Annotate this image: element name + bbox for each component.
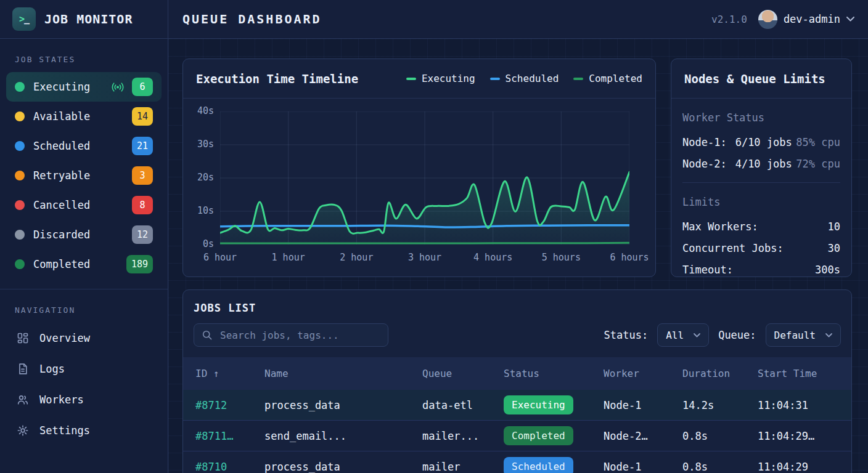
job-queue: mailer	[422, 461, 504, 473]
sidebar-item-executing[interactable]: Executing 6	[6, 72, 162, 102]
limit-label: Concurrent Jobs:	[682, 242, 784, 254]
dashboard-grid-icon	[17, 332, 29, 344]
execution-time-panel: Execution Time Timeline Executing Schedu…	[182, 59, 656, 277]
x-axis-tick-label: 6 hours	[610, 252, 649, 263]
sidebar-item-scheduled[interactable]: Scheduled 21	[6, 131, 162, 161]
limit-label: Timeout:	[682, 264, 733, 276]
column-header-start-time[interactable]: Start Time	[758, 368, 851, 379]
divider	[682, 182, 840, 183]
table-row[interactable]: #8711… send_email... mailer... Completed…	[183, 421, 851, 451]
version-label: v2.1.0	[711, 14, 747, 25]
state-dot	[15, 259, 25, 269]
state-label: Executing	[31, 81, 105, 93]
app-title: JOB MONITOR	[44, 12, 133, 26]
state-count-badge: 189	[126, 255, 153, 273]
jobs-table: ID ↑ Name Queue Status Worker Duration S…	[183, 357, 851, 473]
x-axis-tick-label: 5 hours	[542, 252, 581, 263]
job-queue: mailer...	[422, 430, 504, 442]
job-start-time: 11:04:29	[758, 461, 851, 473]
scheduled-series-swatch	[490, 78, 500, 80]
user-menu[interactable]: dev-admin	[758, 10, 854, 29]
table-row[interactable]: #8712 process_data data-etl Executing No…	[183, 390, 851, 421]
user-name: dev-admin	[784, 13, 840, 25]
sidebar-item-completed[interactable]: Completed 189	[6, 249, 162, 279]
live-broadcast-icon	[111, 82, 125, 92]
state-label: Cancelled	[31, 199, 126, 211]
legend-item-completed[interactable]: Completed	[573, 73, 642, 84]
nav-label: Settings	[39, 424, 90, 437]
executing-series-swatch	[406, 78, 416, 80]
limit-row-concurrent-jobs: Concurrent Jobs: 30	[682, 237, 840, 259]
sidebar-item-retryable[interactable]: Retryable 3	[6, 161, 162, 190]
worker-name: Node-1:	[682, 136, 727, 148]
legend-item-scheduled[interactable]: Scheduled	[490, 73, 559, 84]
state-dot	[15, 111, 25, 121]
x-axis-tick-label: 2 hour	[340, 252, 373, 263]
topbar-right: v2.1.0 dev-admin	[711, 10, 868, 29]
users-icon	[17, 394, 29, 406]
nav-label: Logs	[39, 363, 65, 375]
legend-item-executing[interactable]: Executing	[406, 73, 475, 84]
table-row[interactable]: #8710 process_data mailer Scheduled Node…	[183, 451, 851, 473]
jobs-list-header: JOBS LIST Status: All Queue: Default	[183, 290, 851, 347]
state-dot	[15, 141, 25, 151]
sidebar: JOB STATES Executing 6 Available 14 Sche…	[0, 39, 168, 473]
nodes-queue-limits-panel: Nodes & Queue Limits Worker Status Node-…	[671, 59, 852, 277]
sidebar-item-cancelled[interactable]: Cancelled 8	[6, 190, 162, 220]
job-worker: Node-1	[604, 461, 682, 473]
state-label: Scheduled	[31, 140, 126, 152]
state-count-badge: 12	[132, 225, 153, 244]
nav-label: Workers	[39, 394, 84, 406]
y-axis-tick-label: 40s	[183, 105, 214, 116]
state-label: Retryable	[31, 169, 126, 182]
jobs-search-box	[194, 323, 388, 347]
job-id-link[interactable]: #8712	[195, 399, 264, 411]
document-icon	[17, 363, 29, 375]
state-label: Available	[31, 110, 126, 123]
jobs-list-panel: JOBS LIST Status: All Queue: Default	[182, 289, 852, 473]
job-id-link[interactable]: #8711…	[195, 430, 264, 442]
worker-row-node-2: Node-2: 4/10 jobs 72% cpu	[682, 153, 840, 174]
legend-label: Completed	[589, 73, 642, 84]
job-name: process_data	[264, 399, 422, 411]
column-header-duration[interactable]: Duration	[682, 368, 758, 379]
y-axis-tick-label: 20s	[183, 172, 214, 183]
worker-jobs: 6/10 jobs	[735, 136, 792, 148]
column-header-worker[interactable]: Worker	[604, 368, 682, 379]
legend-label: Executing	[422, 73, 475, 84]
chevron-down-icon	[825, 333, 832, 338]
worker-row-node-1: Node-1: 6/10 jobs 85% cpu	[682, 131, 840, 153]
column-header-id[interactable]: ID ↑	[195, 368, 264, 379]
nodes-panel-title: Nodes & Queue Limits	[684, 72, 825, 86]
state-dot	[15, 82, 25, 92]
terminal-logo-icon: >_	[12, 7, 36, 31]
sidebar-item-discarded[interactable]: Discarded 12	[6, 220, 162, 249]
jobs-controls: Status: All Queue: Default	[194, 323, 841, 347]
sidebar-item-available[interactable]: Available 14	[6, 102, 162, 131]
limit-value: 30	[828, 242, 840, 254]
sidebar-item-settings[interactable]: Settings	[0, 415, 168, 446]
app-brand: >_ JOB MONITOR	[0, 0, 168, 38]
avatar	[758, 10, 777, 29]
status-badge: Executing	[504, 395, 573, 414]
status-filter-select[interactable]: All	[657, 323, 709, 347]
job-id-link[interactable]: #8710	[195, 461, 264, 473]
nav-label: Overview	[39, 332, 90, 344]
limits-header: Limits	[682, 196, 840, 208]
chart-legend: Executing Scheduled Completed	[406, 73, 642, 84]
navigation-header: NAVIGATION	[15, 305, 168, 315]
column-header-status[interactable]: Status	[504, 368, 604, 379]
x-axis-tick-label: 6 hour	[203, 252, 237, 263]
sidebar-item-workers[interactable]: Workers	[0, 384, 168, 415]
logo-underscore-glyph: _	[24, 14, 29, 25]
limit-value: 10	[828, 220, 840, 233]
gear-icon	[17, 424, 29, 437]
column-header-name[interactable]: Name	[264, 368, 422, 379]
sidebar-item-logs[interactable]: Logs	[0, 354, 168, 384]
sidebar-item-overview[interactable]: Overview	[0, 323, 168, 354]
y-axis-tick-label: 10s	[183, 205, 214, 216]
top-bar: >_ JOB MONITOR QUEUE DASHBOARD v2.1.0 de…	[0, 0, 868, 39]
column-header-queue[interactable]: Queue	[422, 368, 504, 379]
search-input[interactable]	[219, 329, 380, 342]
queue-filter-select[interactable]: Default	[766, 323, 841, 347]
